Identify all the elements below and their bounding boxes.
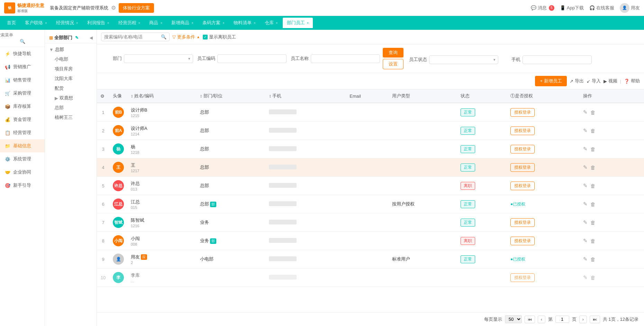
sidebar-search-input[interactable] bbox=[0, 33, 45, 37]
search-icon[interactable]: 🔍 bbox=[161, 34, 166, 39]
auth-btn[interactable]: 授权登录 bbox=[510, 126, 535, 135]
tab-barcode[interactable]: 条码方案 × bbox=[198, 18, 229, 28]
dept-item-shuanglu[interactable]: ▶ 双鹿想 bbox=[45, 93, 97, 103]
edit-icon[interactable]: ✎ bbox=[583, 127, 588, 134]
edit-icon[interactable]: ✎ bbox=[583, 164, 588, 170]
auth-btn[interactable]: 授权登录 bbox=[510, 163, 535, 172]
add-emp-btn[interactable]: + 新增员工 bbox=[535, 76, 566, 86]
online-service-btn[interactable]: 🎧 在线客服 bbox=[589, 5, 614, 11]
th-dept[interactable]: ↕ 部门/职位 bbox=[197, 89, 266, 103]
next-page-btn[interactable]: › bbox=[579, 316, 587, 323]
auth-btn[interactable]: 授权登录 bbox=[510, 218, 535, 227]
search-input[interactable] bbox=[104, 34, 160, 39]
export-btn[interactable]: ↗ 导出 bbox=[570, 78, 584, 84]
auth-btn[interactable]: 授权登录 bbox=[510, 273, 535, 282]
delete-icon[interactable]: 🗑 bbox=[590, 238, 596, 244]
edit-icon[interactable]: ✎ bbox=[583, 183, 588, 189]
show-resigned-label[interactable]: ✓ 显示离职员工 bbox=[203, 34, 236, 40]
dept-item-zhisu[interactable]: 植树王三 bbox=[45, 113, 97, 122]
sidebar-item-guide[interactable]: 🎯 新手引导 bbox=[0, 179, 45, 192]
show-resigned-checkbox[interactable]: ✓ bbox=[203, 35, 208, 39]
prev-page-btn[interactable]: ‹ bbox=[538, 316, 545, 323]
emp-code-input[interactable] bbox=[217, 54, 287, 63]
import-btn[interactable]: ↙ 导入 bbox=[587, 78, 601, 84]
th-name[interactable]: ↕ 姓名/编码 bbox=[127, 89, 197, 103]
th-gear[interactable]: ⚙ bbox=[97, 89, 109, 103]
delete-icon[interactable]: 🗑 bbox=[590, 256, 596, 262]
tab-profit[interactable]: 利润报告 × bbox=[83, 18, 114, 28]
per-page-select[interactable]: 50 bbox=[505, 315, 522, 323]
emp-status-select[interactable] bbox=[429, 55, 498, 64]
sidebar-item-system[interactable]: ⚙️ 系统管理 bbox=[0, 152, 45, 166]
delete-icon[interactable]: 🗑 bbox=[590, 146, 596, 152]
message-btn[interactable]: 💬 消息 5 bbox=[531, 5, 554, 11]
dept-select[interactable] bbox=[124, 54, 193, 63]
delete-icon[interactable]: 🗑 bbox=[590, 109, 596, 115]
delete-icon[interactable]: 🗑 bbox=[590, 128, 596, 134]
dept-item-distribution[interactable]: 配货 bbox=[45, 83, 97, 93]
first-page-btn[interactable]: ⏮ bbox=[525, 316, 535, 323]
dept-item-shenyang[interactable]: 沈阳大库 bbox=[45, 74, 97, 83]
tab-new-goods[interactable]: 新增商品 × bbox=[167, 18, 198, 28]
tab-history[interactable]: 经营历程 × bbox=[114, 18, 145, 28]
dept-collapse-btn[interactable]: ◀ bbox=[90, 36, 92, 40]
sidebar-item-purchase[interactable]: 🛒 采购管理 bbox=[0, 87, 45, 100]
page-input[interactable] bbox=[555, 316, 569, 323]
tab-bom[interactable]: 物料清单 × bbox=[229, 18, 260, 28]
tab-dept-emp-close[interactable]: × bbox=[307, 21, 309, 25]
dept-item-small-elec[interactable]: 小电部 bbox=[45, 54, 97, 64]
delete-icon[interactable]: 🗑 bbox=[590, 165, 596, 170]
sidebar-item-operation[interactable]: 📋 经营管理 bbox=[0, 126, 45, 139]
auth-btn[interactable]: 授权登录 bbox=[510, 237, 535, 245]
sidebar-item-quick-nav[interactable]: ⚡ 快捷导航 bbox=[0, 47, 45, 60]
last-page-btn[interactable]: ⏭ bbox=[590, 316, 600, 323]
sidebar-item-inventory[interactable]: 📦 库存核算 bbox=[0, 100, 45, 113]
tab-dept-emp[interactable]: 部门员工 × bbox=[283, 18, 313, 28]
tab-customer[interactable]: 客户联络 × bbox=[21, 18, 51, 28]
more-conditions-btn[interactable]: ▽ 更多条件 ▲ bbox=[172, 34, 200, 40]
sidebar-item-sales[interactable]: 📊 销售管理 bbox=[0, 73, 45, 87]
set-btn[interactable]: 设置 bbox=[383, 59, 403, 69]
delete-icon[interactable]: 🗑 bbox=[590, 275, 596, 281]
auth-btn[interactable]: 授权登录 bbox=[510, 145, 535, 153]
sidebar-item-finance[interactable]: 💰 资金管理 bbox=[0, 113, 45, 126]
sidebar-item-collab[interactable]: 🤝 企业协同 bbox=[0, 166, 45, 179]
tab-history-close[interactable]: × bbox=[138, 21, 140, 25]
edit-icon[interactable]: ✎ bbox=[583, 109, 588, 115]
tab-goods-close[interactable]: × bbox=[160, 21, 162, 25]
tab-new-goods-close[interactable]: × bbox=[191, 21, 193, 25]
edit-icon[interactable]: ✎ bbox=[583, 219, 588, 226]
edit-icon[interactable]: ✎ bbox=[583, 274, 588, 281]
edit-icon[interactable]: ✎ bbox=[583, 238, 588, 244]
tab-operation-close[interactable]: × bbox=[76, 21, 78, 25]
tab-barcode-close[interactable]: × bbox=[223, 21, 225, 25]
dept-group-zongbu[interactable]: ▼ 总部 bbox=[45, 45, 97, 54]
settings-icon-btn[interactable]: ⚙ bbox=[111, 5, 116, 11]
tab-warehouse-close[interactable]: × bbox=[276, 21, 278, 25]
view-btn[interactable]: ▶ 视频 bbox=[604, 78, 617, 84]
delete-icon[interactable]: 🗑 bbox=[590, 201, 596, 207]
tab-home[interactable]: 首页 bbox=[3, 18, 20, 28]
th-phone[interactable]: ↕ 手机 bbox=[265, 89, 346, 103]
phone-input[interactable] bbox=[523, 55, 592, 64]
tab-bom-close[interactable]: × bbox=[254, 21, 256, 25]
tab-operation[interactable]: 经营情况 × bbox=[52, 18, 82, 28]
dept-item-project[interactable]: 项目库房 bbox=[45, 64, 97, 74]
tab-profit-close[interactable]: × bbox=[107, 21, 109, 25]
query-btn[interactable]: 查询 bbox=[383, 48, 403, 58]
tab-goods[interactable]: 商品 × bbox=[145, 18, 166, 28]
tab-warehouse[interactable]: 仓库 × bbox=[261, 18, 282, 28]
auth-btn[interactable]: 授权登录 bbox=[510, 182, 535, 190]
tab-customer-close[interactable]: × bbox=[45, 21, 47, 25]
sidebar-item-basic-info[interactable]: 📁 基础信息 bbox=[0, 139, 45, 152]
app-download-btn[interactable]: 📱 App下载 bbox=[560, 5, 584, 11]
help-btn[interactable]: ❓ 帮助 bbox=[624, 78, 640, 84]
dept-edit-icon[interactable]: ✎ bbox=[75, 35, 79, 40]
sidebar-item-marketing[interactable]: 📢 营销推广 bbox=[0, 60, 45, 73]
delete-icon[interactable]: 🗑 bbox=[590, 220, 596, 226]
auth-btn[interactable]: 授权登录 bbox=[510, 108, 535, 117]
emp-name-input[interactable] bbox=[311, 54, 380, 63]
user-area[interactable]: 👤 用友 bbox=[620, 3, 640, 13]
edit-icon[interactable]: ✎ bbox=[583, 146, 588, 152]
edit-icon[interactable]: ✎ bbox=[583, 256, 588, 262]
